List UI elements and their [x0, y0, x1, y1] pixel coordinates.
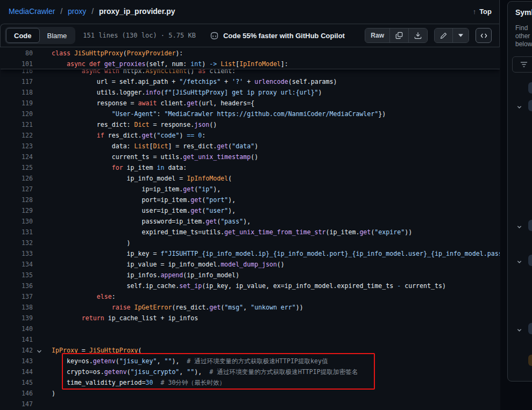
- symbol-pill[interactable]: [528, 82, 532, 93]
- line-number[interactable]: 122: [1, 130, 33, 141]
- code-text: async def get_proxies(self, num: int) ->…: [52, 59, 288, 69]
- symbol-item-0: [508, 82, 532, 94]
- tab-code[interactable]: Code: [6, 28, 40, 43]
- code-text: key=os.getenv("jisu_key", ""), # 通过环境变量的…: [52, 356, 328, 366]
- code-text: crypto=os.getenv("jisu_crypto", ""), # 通…: [52, 366, 358, 377]
- copilot-banner[interactable]: Code 55% faster with GitHub Copilot: [210, 32, 345, 40]
- code-line-138: 138 raise IpGetError(res_dict.get("msg",…: [1, 302, 500, 313]
- code-text: ): [52, 388, 55, 399]
- symbols-panel: Symbols Findotherbelow: [507, 1, 532, 382]
- back-to-top-label: Top: [479, 8, 492, 16]
- line-number[interactable]: 80: [1, 48, 33, 59]
- code-line-122: 122 if res_dict.get("code") == 0:: [1, 130, 500, 141]
- chevron-down-icon[interactable]: [516, 326, 522, 335]
- line-number[interactable]: 120: [1, 109, 33, 119]
- line-number[interactable]: 137: [1, 291, 33, 302]
- line-number[interactable]: 117: [1, 76, 33, 87]
- symbol-pill[interactable]: [528, 323, 532, 334]
- line-number[interactable]: 127: [1, 184, 33, 195]
- copy-button[interactable]: [389, 28, 408, 42]
- code-text: expired_time_ts=utils.get_unix_time_from…: [52, 227, 412, 238]
- line-number[interactable]: 126: [1, 173, 33, 184]
- symbol-pill[interactable]: [528, 255, 532, 266]
- line-number[interactable]: 136: [1, 280, 33, 291]
- edit-dropdown-button[interactable]: [452, 28, 469, 42]
- file-view: MediaCrawler / proxy / proxy_ip_provider…: [0, 0, 500, 410]
- code-text: self.ip_cache.set_ip(ip_key, ip_value, e…: [52, 280, 446, 291]
- line-number[interactable]: 118: [1, 87, 33, 98]
- edit-button[interactable]: [435, 28, 452, 42]
- symbol-pill[interactable]: [528, 100, 532, 111]
- line-number[interactable]: 146: [1, 388, 33, 399]
- line-number[interactable]: 132: [1, 238, 33, 248]
- download-icon: [414, 32, 422, 39]
- line-number[interactable]: 140: [1, 323, 33, 334]
- raw-copy-download-group: Raw: [365, 28, 428, 43]
- chevron-down-icon[interactable]: [516, 103, 522, 112]
- code-text: raise IpGetError(res_dict.get("msg", "un…: [52, 302, 303, 313]
- code-text: for ip_item in data:: [52, 162, 187, 173]
- code-line-140: 140: [1, 323, 500, 334]
- edit-group: [434, 28, 469, 43]
- line-number[interactable]: 125: [1, 162, 33, 173]
- line-number[interactable]: 129: [1, 205, 33, 216]
- symbols-description-line: Find: [515, 24, 532, 32]
- symbols-toggle-button[interactable]: [476, 28, 492, 43]
- code-text: response = await client.get(url, headers…: [52, 98, 254, 109]
- breadcrumb: MediaCrawler / proxy / proxy_ip_provider…: [9, 7, 175, 16]
- symbols-description-line: below: [515, 40, 532, 48]
- line-number[interactable]: 141: [1, 334, 33, 345]
- file-meta: 151 lines (130 loc) · 5.75 KB: [83, 32, 196, 39]
- line-number[interactable]: 128: [1, 195, 33, 205]
- breadcrumb-row: MediaCrawler / proxy / proxy_ip_provider…: [0, 0, 499, 23]
- line-number[interactable]: 139: [1, 313, 33, 323]
- code-line-129: 129 user=ip_item.get("user"),: [1, 205, 500, 216]
- symbol-item-3: [508, 255, 532, 267]
- arrow-up-icon: ↑: [473, 8, 477, 16]
- line-number[interactable]: 147: [1, 399, 33, 409]
- line-number[interactable]: 119: [1, 98, 33, 109]
- symbol-pill-highlighted[interactable]: [528, 355, 532, 366]
- pencil-icon: [440, 32, 447, 39]
- line-number[interactable]: 124: [1, 152, 33, 162]
- line-number[interactable]: 101: [1, 59, 33, 69]
- line-number[interactable]: 143: [1, 356, 33, 366]
- code-line-144: 144 crypto=os.getenv("jisu_crypto", ""),…: [1, 366, 500, 377]
- code-viewport[interactable]: 116 async with httpx.AsyncClient() as cl…: [1, 47, 500, 410]
- back-to-top-link[interactable]: ↑ Top: [473, 8, 492, 16]
- symbol-pill[interactable]: [528, 220, 532, 231]
- line-number[interactable]: 121: [1, 119, 33, 130]
- chevron-down-icon[interactable]: [516, 257, 522, 267]
- chevron-down-icon[interactable]: [516, 222, 522, 232]
- line-number[interactable]: 138: [1, 302, 33, 313]
- line-number[interactable]: 133: [1, 248, 33, 259]
- line-number[interactable]: 144: [1, 366, 33, 377]
- line-number[interactable]: 134: [1, 259, 33, 270]
- download-button[interactable]: [408, 28, 427, 42]
- line-number[interactable]: 142: [1, 345, 33, 356]
- code-line-139: 139 return ip_cache_list + ip_infos: [1, 313, 500, 323]
- code-line-127: 127 ip=ip_item.get("ip"),: [1, 184, 500, 195]
- line-number[interactable]: 131: [1, 227, 33, 238]
- code-line-120: 120 "User-Agent": "MediaCrawler https://…: [1, 109, 500, 119]
- code-text: user=ip_item.get("user"),: [52, 205, 236, 216]
- code-blame-switcher: Code Blame: [5, 27, 75, 44]
- symbol-item-5: [508, 355, 532, 366]
- symbols-panel-title: Symbols: [515, 8, 532, 17]
- code-text: ip_value = ip_info_model.model_dump_json…: [52, 259, 285, 270]
- collapse-chevron-icon[interactable]: [36, 347, 42, 354]
- code-text: return ip_cache_list + ip_infos: [52, 313, 198, 323]
- raw-button[interactable]: Raw: [365, 28, 389, 42]
- line-number[interactable]: 135: [1, 270, 33, 280]
- dropdown-caret-icon: [458, 34, 463, 37]
- line-number[interactable]: 123: [1, 141, 33, 152]
- line-number[interactable]: 145: [1, 377, 33, 388]
- copy-icon: [395, 32, 403, 39]
- breadcrumb-repo-link[interactable]: MediaCrawler: [9, 7, 55, 16]
- breadcrumb-folder-link[interactable]: proxy: [68, 7, 86, 16]
- symbols-filter-input[interactable]: [512, 56, 532, 73]
- code-text: time_validity_period=30 # 30分钟（最长时效）: [52, 377, 225, 388]
- line-number[interactable]: 130: [1, 216, 33, 227]
- tab-blame[interactable]: Blame: [40, 28, 75, 43]
- code-text: IpProxy = JiSuHttpProxy(: [52, 345, 142, 356]
